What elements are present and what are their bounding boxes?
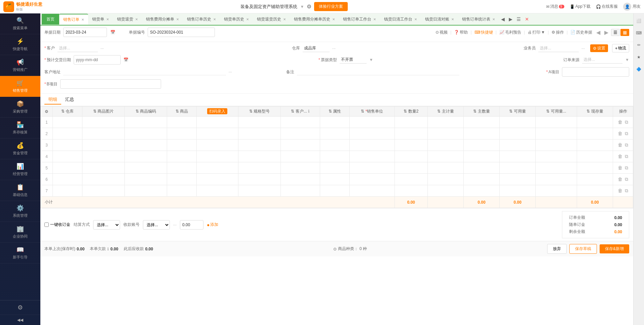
sort-unit-icon[interactable]: ⇅	[361, 109, 364, 114]
row-1-qty2[interactable]	[394, 117, 427, 128]
row-1-code[interactable]	[124, 117, 167, 128]
row-7-avail[interactable]	[499, 185, 535, 197]
row-1-mainunit[interactable]	[428, 117, 464, 128]
row-3-delete-btn[interactable]: 🗑	[617, 142, 623, 148]
customer-expand-btn[interactable]: ···	[101, 46, 104, 51]
ops-btn2[interactable]: ⚙ 操作	[550, 29, 565, 36]
row-7-scan[interactable]	[196, 185, 238, 197]
row-5-scan[interactable]	[196, 162, 238, 174]
prev-btn2[interactable]: ◀	[595, 29, 602, 36]
settings-btn-right[interactable]: ⚙设置	[590, 44, 608, 52]
row-1-avail[interactable]	[499, 117, 535, 128]
save-draft-button[interactable]: 保存草稿	[569, 244, 597, 254]
row-1-custorder[interactable]	[281, 117, 320, 128]
staff-input[interactable]: 选择...	[538, 45, 579, 52]
row-1-stock[interactable]	[577, 117, 613, 128]
sort-product-icon[interactable]: ⇅	[176, 109, 179, 114]
row-2-custorder[interactable]	[281, 128, 320, 139]
list-view-btn[interactable]: ☰	[611, 29, 620, 36]
row-1-attr[interactable]	[320, 117, 350, 128]
row-2-qty2[interactable]	[394, 128, 427, 139]
tab-scroll-right[interactable]: ▶	[507, 16, 515, 22]
tab-list-btn[interactable]: ☰	[515, 16, 523, 22]
row-4-img[interactable]	[82, 151, 124, 162]
row-4-code[interactable]	[124, 151, 167, 162]
tab-sales-return[interactable]: 销货退货 ✕	[113, 14, 142, 25]
row-2-warehouse[interactable]	[53, 128, 82, 139]
row-1-img[interactable]	[82, 117, 124, 128]
row-3-scan[interactable]	[196, 139, 238, 151]
sidebar-settings-btn[interactable]: ⚙	[0, 300, 40, 315]
info-icon[interactable]: ℹ	[308, 109, 310, 114]
tab-close-sales-invoice[interactable]: ✕	[106, 17, 109, 21]
tab-close-all[interactable]: ✕	[523, 16, 531, 22]
row-5-custorder[interactable]	[281, 162, 320, 174]
row-6-unit[interactable]	[349, 174, 394, 185]
row-3-avail[interactable]	[499, 139, 535, 151]
tab-return-history[interactable]: 销货退货历史 ✕	[253, 14, 290, 25]
solution-button[interactable]: 体验行业方案	[314, 2, 348, 11]
tab-close-fee-history[interactable]: ✕	[332, 17, 335, 21]
customer-input[interactable]: 选择...	[58, 45, 98, 52]
row-6-img[interactable]	[82, 174, 124, 185]
tab-close-fee-split[interactable]: ✕	[176, 17, 179, 21]
profit-btn2[interactable]: 📈 毛利预告	[498, 29, 523, 36]
row-1-product[interactable]	[167, 117, 197, 128]
row-4-stock[interactable]	[577, 151, 613, 162]
row-4-mainunit[interactable]	[428, 151, 464, 162]
date-input[interactable]	[63, 28, 107, 37]
row-5-avail2[interactable]	[535, 162, 577, 174]
tab-close-order-stats[interactable]: ✕	[492, 17, 495, 21]
sidebar-item-operations[interactable]: 📊 经营管理	[0, 159, 40, 180]
row-4-scan[interactable]	[196, 151, 238, 162]
row-7-qty2[interactable]	[394, 185, 427, 197]
sidebar-item-search[interactable]: 🔍 搜索菜单	[0, 13, 40, 34]
row-7-mainunit[interactable]	[428, 185, 464, 197]
tab-close-return-history[interactable]: ✕	[283, 17, 286, 21]
row-6-qty2[interactable]	[394, 174, 427, 185]
sidebar-item-enterprise[interactable]: 🏢 企业协同	[0, 222, 40, 243]
note-input[interactable]	[297, 69, 460, 75]
row-5-copy-btn[interactable]: ⧉	[624, 165, 629, 171]
save-new-button[interactable]: 保存&新增	[600, 244, 629, 253]
row-2-scan[interactable]	[196, 128, 238, 139]
sidebar-item-sales[interactable]: 🛒 销售管理	[0, 76, 40, 97]
row-4-avail[interactable]	[499, 151, 535, 162]
tab-sales-invoice[interactable]: 销货单 ✕	[88, 14, 113, 25]
row-4-spec[interactable]	[238, 151, 280, 162]
row-4-warehouse[interactable]	[53, 151, 82, 162]
sort-attr-icon[interactable]: ⇅	[329, 109, 332, 114]
row-3-qty2[interactable]	[394, 139, 427, 151]
tab-fee-history[interactable]: 销售费用分摊单历史 ✕	[290, 14, 339, 25]
sidebar-item-quick[interactable]: ⚡ 快捷导航	[0, 34, 40, 55]
sort-mainunit-icon[interactable]: ⇅	[437, 109, 441, 114]
row-1-scan[interactable]	[196, 117, 238, 128]
sort-avail-icon[interactable]: ⇅	[509, 109, 513, 114]
tab-close-invoice-history[interactable]: ✕	[246, 17, 249, 21]
row-6-attr[interactable]	[320, 174, 350, 185]
row-3-avail2[interactable]	[535, 139, 577, 151]
sidebar-item-guide[interactable]: 📖 新手引导	[0, 243, 40, 263]
row-2-mainqty[interactable]	[463, 128, 499, 139]
row-1-warehouse[interactable]	[53, 117, 82, 128]
history-btn2[interactable]: 📄 历史单据	[569, 29, 594, 36]
row-5-attr[interactable]	[320, 162, 350, 174]
row-7-stock[interactable]	[577, 185, 613, 197]
payment-method-select[interactable]: 选择...	[93, 220, 120, 230]
warehouse-value[interactable]: 成品库	[303, 45, 330, 52]
sort-custorder-icon[interactable]: ⇅	[291, 109, 294, 114]
a-project-input[interactable]	[562, 67, 629, 77]
tab-close-daily-reconcile[interactable]: ✕	[451, 17, 454, 21]
view-btn[interactable]: ⊙ 视频	[434, 29, 449, 36]
tab-close-sales-order[interactable]: ✕	[81, 18, 84, 22]
row-5-img[interactable]	[82, 162, 124, 174]
sidebar-item-purchase[interactable]: 📦 采购管理	[0, 97, 40, 118]
addr-expand-btn[interactable]: ···	[229, 70, 232, 74]
row-3-custorder[interactable]	[281, 139, 320, 151]
row-3-warehouse[interactable]	[53, 139, 82, 151]
right-panel-btn-1[interactable]: ⬜	[634, 16, 644, 26]
sn-input[interactable]	[148, 28, 215, 37]
next-btn2[interactable]: ▶	[603, 29, 610, 36]
row-4-product[interactable]	[167, 151, 197, 162]
right-panel-btn-2[interactable]: ⌨	[634, 28, 644, 38]
